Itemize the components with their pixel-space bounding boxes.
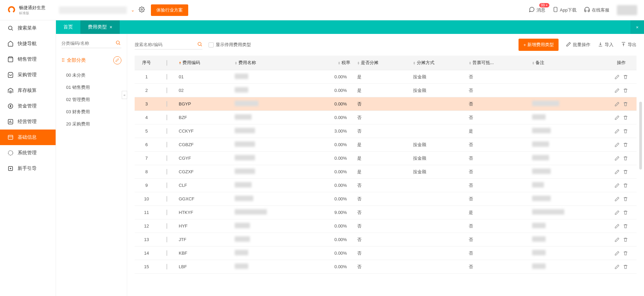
cell-checkbox[interactable]	[158, 165, 175, 179]
sidebar-item-sales[interactable]: 销售管理	[0, 52, 56, 67]
cell-checkbox[interactable]	[158, 206, 175, 219]
close-icon[interactable]: ×	[110, 24, 112, 30]
category-item[interactable]: 20 采购费用	[56, 118, 127, 130]
cell-checkbox[interactable]	[158, 70, 175, 84]
sidebar-item-operation[interactable]: 经营管理	[0, 114, 56, 130]
cell-checkbox[interactable]	[158, 97, 175, 111]
edit-row-button[interactable]	[614, 115, 620, 121]
col-name[interactable]: ▲▼费用名称	[231, 56, 309, 70]
table-row[interactable]: 2020.00%是按金额否	[135, 84, 637, 97]
cell-checkbox[interactable]	[158, 111, 175, 124]
table-row[interactable]: 10GGXCF0.00%否否	[135, 192, 637, 206]
cell-checkbox[interactable]	[158, 124, 175, 138]
table-row[interactable]: 14KBF0.00%否否	[135, 246, 637, 260]
scrollbar[interactable]	[639, 102, 642, 170]
edit-row-button[interactable]	[614, 128, 620, 134]
show-disabled-checkbox[interactable]: 显示停用费用类型	[209, 42, 251, 48]
delete-row-button[interactable]	[623, 264, 628, 270]
col-code[interactable]: ▲▼费用编码	[175, 56, 231, 70]
delete-row-button[interactable]	[623, 142, 628, 148]
table-row[interactable]: 11HTKYF9.00%否是	[135, 206, 637, 219]
delete-row-button[interactable]	[623, 169, 628, 175]
close-all-tabs[interactable]: ×	[630, 20, 644, 34]
edit-row-button[interactable]	[614, 210, 620, 216]
col-remark[interactable]: ▲▼备注	[529, 56, 606, 70]
cell-checkbox[interactable]	[158, 192, 175, 206]
category-item[interactable]: 03 财务费用	[56, 106, 127, 118]
edit-row-button[interactable]	[614, 169, 620, 175]
delete-row-button[interactable]	[623, 115, 628, 121]
search-icon[interactable]	[197, 41, 202, 48]
cell-checkbox[interactable]	[158, 152, 175, 165]
category-item[interactable]: 00 未分类	[56, 69, 127, 81]
cell-checkbox[interactable]	[158, 179, 175, 192]
customer-service-link[interactable]: 在线客服	[584, 6, 609, 14]
edit-row-button[interactable]	[614, 101, 620, 107]
delete-row-button[interactable]	[623, 128, 628, 134]
table-row[interactable]: 13JTF0.00%否否	[135, 233, 637, 246]
table-row[interactable]: 8CGZXF0.00%是按金额否	[135, 165, 637, 179]
category-item[interactable]: 02 管理费用	[56, 94, 127, 106]
search-icon[interactable]	[115, 40, 121, 46]
sidebar-item-search[interactable]: 搜索菜单	[0, 20, 56, 36]
edit-row-button[interactable]	[614, 250, 620, 256]
delete-row-button[interactable]	[623, 182, 628, 189]
delete-row-button[interactable]	[623, 74, 628, 80]
edit-row-button[interactable]	[614, 87, 620, 94]
delete-row-button[interactable]	[623, 237, 628, 243]
edit-row-button[interactable]	[614, 74, 620, 80]
category-edit-button[interactable]	[113, 56, 121, 64]
col-alloc-way[interactable]: ▲▼分摊方式	[410, 56, 466, 70]
table-row[interactable]: 6CGBZF0.00%是按金额否	[135, 138, 637, 152]
delete-row-button[interactable]	[623, 101, 628, 107]
org-selector[interactable]: ⌄	[59, 6, 145, 14]
sidebar-item-guide[interactable]: 新手引导	[0, 161, 56, 176]
edit-row-button[interactable]	[614, 237, 620, 243]
delete-row-button[interactable]	[623, 250, 628, 256]
batch-op-button[interactable]: 批量操作	[566, 42, 590, 48]
sidebar-item-stock[interactable]: 库存核算	[0, 83, 56, 98]
delete-row-button[interactable]	[623, 155, 628, 161]
table-row[interactable]: 4BZF0.00%否否	[135, 111, 637, 124]
edit-row-button[interactable]	[614, 142, 620, 148]
edit-row-button[interactable]	[614, 196, 620, 202]
category-all[interactable]: ⠿ 全部分类	[56, 53, 127, 68]
table-wrap[interactable]: 序号 ▲▼费用编码 ▲▼费用名称 ▲▼税率 ▲▼是否分摊 ▲▼分摊方式 ▲▼普票…	[127, 56, 644, 296]
table-row[interactable]: 15LBF0.00%否否	[135, 260, 637, 274]
messages-link[interactable]: 消息 99 +	[529, 6, 545, 14]
table-row[interactable]: 5CCKYF3.00%否是	[135, 124, 637, 138]
cell-checkbox[interactable]	[158, 219, 175, 233]
tab-expense-type[interactable]: 费用类型 ×	[80, 20, 120, 34]
edit-row-button[interactable]	[614, 182, 620, 189]
add-expense-button[interactable]: + 新增费用类型	[519, 39, 559, 51]
cell-checkbox[interactable]	[158, 233, 175, 246]
export-button[interactable]: 导出	[621, 42, 637, 48]
col-rate[interactable]: ▲▼税率	[309, 56, 354, 70]
edit-row-button[interactable]	[614, 264, 620, 270]
category-search-input[interactable]	[61, 39, 121, 48]
sidebar-item-system[interactable]: 系统管理	[0, 145, 56, 161]
sidebar-item-purchase[interactable]: 采购管理	[0, 67, 56, 83]
table-row[interactable]: 12HYF0.00%否否	[135, 219, 637, 233]
import-button[interactable]: 导入	[598, 42, 613, 48]
tab-home[interactable]: 首页	[56, 20, 80, 34]
delete-row-button[interactable]	[623, 223, 628, 229]
collapse-panel-button[interactable]: «	[122, 91, 127, 99]
table-row[interactable]: 1010.00%是按金额否	[135, 70, 637, 84]
edit-row-button[interactable]	[614, 223, 620, 229]
col-check-all[interactable]	[158, 56, 175, 70]
delete-row-button[interactable]	[623, 210, 628, 216]
category-item[interactable]: 01 销售费用	[56, 81, 127, 94]
col-seq[interactable]: 序号	[135, 56, 158, 70]
col-deduct[interactable]: ▲▼普票可抵...	[465, 56, 528, 70]
app-download-link[interactable]: App下载	[553, 7, 577, 13]
table-row[interactable]: 9CLF0.00%否否	[135, 179, 637, 192]
gear-icon[interactable]	[139, 6, 145, 14]
edit-row-button[interactable]	[614, 155, 620, 161]
sidebar-item-shortcut[interactable]: 快捷导航	[0, 36, 56, 52]
cell-checkbox[interactable]	[158, 84, 175, 97]
cell-checkbox[interactable]	[158, 246, 175, 260]
sidebar-item-finance[interactable]: 资金管理	[0, 98, 56, 114]
avatar[interactable]	[617, 5, 637, 15]
trial-button[interactable]: 体验行业方案	[151, 4, 188, 16]
